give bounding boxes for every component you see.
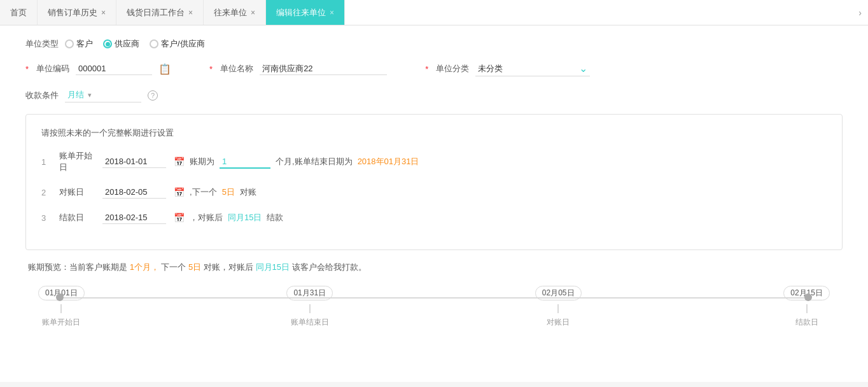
preview-part2-suffix: 对账，对账后 [204, 262, 253, 272]
period-row-1-highlight: 2018年01月31日 [358, 156, 419, 167]
unit-category-select[interactable]: 未分类 ⌄ [475, 61, 590, 76]
timeline-line [64, 297, 804, 299]
main-content: 单位类型 客户 供应商 客户/供应商 * 单位编码 📋 * [0, 25, 868, 382]
tab-unit[interactable]: 往来单位 × [204, 0, 266, 25]
unit-name-input[interactable] [260, 62, 387, 75]
timeline-tick-1 [309, 304, 311, 313]
unit-code-field-group: 📋 [76, 62, 171, 75]
timeline-point-2: 02月05日 对账日 [535, 286, 582, 328]
unit-type-radio-group: 客户 供应商 客户/供应商 [65, 38, 205, 50]
period-row-2-num: 2 [41, 188, 54, 197]
radio-customer[interactable]: 客户 [65, 38, 93, 50]
preview-part3-highlight: 同月15日 [256, 262, 290, 272]
period-row-3: 3 结款日 📅 ，对账后 同月15日 结款 [41, 211, 827, 224]
timeline-point-3: 02月15日 结款日 [783, 286, 830, 328]
unit-type-label: 单位类型 [25, 38, 59, 50]
radio-supplier-label: 供应商 [115, 38, 139, 50]
radio-customer-label: 客户 [76, 38, 93, 50]
period-row-3-highlight: 同月15日 [228, 212, 262, 223]
timeline-left-end [56, 293, 64, 301]
tab-bar: 首页 销售订单历史 × 钱货日清工作台 × 往来单位 × 编辑往来单位 × › [0, 0, 868, 25]
unit-code-input[interactable] [76, 62, 152, 75]
name-required: * [209, 64, 213, 74]
timeline-label-0: 账单开始日 [42, 317, 80, 328]
tab-homepage-label: 首页 [10, 7, 27, 18]
period-row-1: 1 账单开始日 📅 账期为 个月,账单结束日期为 2018年01月31日 [41, 150, 827, 173]
payment-condition-dropdown[interactable]: 月结 ▾ [65, 88, 141, 102]
tab-homepage[interactable]: 首页 [0, 0, 38, 25]
timeline-point-1: 01月31日 账单结束日 [286, 286, 333, 328]
payment-condition-help-icon[interactable]: ? [148, 90, 158, 101]
period-row-3-prefix: ，对账后 [190, 212, 223, 223]
period-row-2-date-input[interactable] [102, 186, 166, 199]
period-row-3-num: 3 [41, 213, 54, 223]
tab-edit-unit[interactable]: 编辑往来单位 × [266, 0, 345, 25]
timeline-container: 01月01日 账单开始日 01月31日 账单结束日 02月05日 对账日 02月… [25, 286, 843, 328]
tab-sales-history[interactable]: 销售订单历史 × [38, 0, 116, 25]
tab-sales-history-close[interactable]: × [101, 8, 106, 17]
period-row-2-suffix: 对账 [240, 186, 256, 198]
period-row-2-cal-icon[interactable]: 📅 [174, 187, 185, 197]
timeline-point-0: 01月01日 账单开始日 [38, 286, 85, 328]
period-value-input[interactable] [220, 155, 270, 169]
timeline-tick-2 [557, 304, 559, 313]
radio-both-circle [150, 39, 158, 48]
preview-part2-prefix: 下一个 [161, 262, 186, 272]
period-row-3-label: 结款日 [59, 212, 97, 223]
unit-code-label: 单位编码 [36, 63, 69, 74]
payment-condition-arrow-icon: ▾ [88, 91, 92, 99]
preview-part1: 1个月， [130, 262, 159, 272]
period-row-3-suffix: 结款 [267, 212, 283, 223]
payment-condition-row: 收款条件 月结 ▾ ? [25, 88, 843, 102]
radio-both[interactable]: 客户/供应商 [150, 38, 205, 50]
period-row-1-num: 1 [41, 157, 54, 167]
timeline-right-end [804, 293, 812, 301]
period-row-1-unit: 个月,账单结束日期为 [276, 156, 353, 167]
period-row-1-label: 账单开始日 [59, 150, 97, 173]
period-row-2: 2 对账日 📅 ,下一个 5日 对账 [41, 186, 827, 199]
code-required: * [25, 64, 29, 74]
unit-name-label: 单位名称 [220, 63, 253, 74]
period-row-2-label: 对账日 [59, 186, 97, 198]
timeline-label-3: 结款日 [795, 317, 818, 328]
period-row-1-cal-icon[interactable]: 📅 [174, 157, 185, 167]
tab-unit-close[interactable]: × [251, 8, 255, 17]
radio-supplier[interactable]: 供应商 [103, 38, 139, 50]
tab-edit-unit-close[interactable]: × [330, 8, 334, 17]
period-row-2-prefix: ,下一个 [190, 186, 217, 198]
unit-category-value: 未分类 [478, 63, 577, 74]
tab-chevron[interactable]: › [852, 0, 868, 25]
code-name-category-row: * 单位编码 📋 * 单位名称 * 单位分类 未分类 ⌄ [25, 61, 843, 76]
preview-part2-highlight: 5日 [188, 262, 201, 272]
timeline-tick-3 [806, 304, 808, 313]
period-row-3-date-input[interactable] [102, 211, 166, 224]
period-row-3-cal-icon[interactable]: 📅 [174, 213, 185, 223]
radio-supplier-circle [103, 39, 112, 48]
timeline-points: 01月01日 账单开始日 01月31日 账单结束日 02月05日 对账日 02月… [38, 286, 830, 328]
period-setting-box: 请按照未来的一个完整帐期进行设置 1 账单开始日 📅 账期为 个月,账单结束日期… [25, 114, 843, 250]
tab-edit-unit-label: 编辑往来单位 [276, 7, 326, 18]
period-row-1-date-input[interactable] [102, 155, 166, 168]
payment-condition-value: 月结 [67, 89, 84, 101]
unit-category-arrow-icon: ⌄ [579, 62, 587, 74]
tab-unit-label: 往来单位 [214, 7, 247, 18]
radio-both-label: 客户/供应商 [161, 38, 205, 50]
account-preview: 账期预览：当前客户账期是 1个月， 下一个 5日 对账，对账后 同月15日 该客… [25, 262, 843, 273]
radio-customer-circle [65, 39, 74, 48]
period-box-title: 请按照未来的一个完整帐期进行设置 [41, 127, 827, 139]
tab-cash-work[interactable]: 钱货日清工作台 × [116, 0, 204, 25]
category-required: * [425, 64, 428, 74]
period-row-1-suffix: 账期为 [190, 156, 214, 167]
tab-cash-work-close[interactable]: × [188, 8, 193, 17]
timeline-label-1: 账单结束日 [291, 317, 329, 328]
timeline-label-2: 对账日 [547, 317, 570, 328]
timeline-tick-0 [60, 304, 62, 313]
preview-label: 账期预览：当前客户账期是 [28, 262, 127, 272]
payment-condition-label: 收款条件 [25, 90, 59, 101]
period-row-2-highlight: 5日 [222, 186, 235, 198]
tab-cash-work-label: 钱货日清工作台 [127, 7, 185, 18]
unit-code-doc-icon[interactable]: 📋 [158, 63, 171, 75]
tab-sales-history-label: 销售订单历史 [48, 7, 97, 18]
unit-category-label: 单位分类 [436, 63, 469, 74]
preview-part3-suffix: 该客户会给我打款。 [292, 262, 367, 272]
